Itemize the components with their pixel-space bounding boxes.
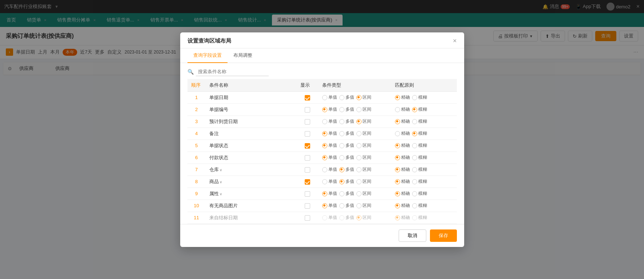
tab-query-fields-label: 查询字段设置	[193, 52, 222, 58]
modal-close-button[interactable]: ×	[453, 38, 457, 44]
modal-overlay[interactable]: 设置查询区域布局 × 查询字段设置 布局调整 🔍 顺序 条件名称	[0, 0, 644, 78]
modal-search: 🔍	[180, 63, 464, 79]
search-icon: 🔍	[187, 69, 194, 75]
search-input[interactable]	[196, 67, 269, 76]
tab-query-fields[interactable]: 查询字段设置	[187, 48, 228, 63]
tab-layout-label: 布局调整	[233, 52, 252, 58]
modal-title: 设置查询区域布局	[187, 38, 231, 44]
modal-header: 设置查询区域布局 ×	[180, 32, 464, 48]
modal-tabs: 查询字段设置 布局调整	[180, 48, 464, 63]
settings-modal: 设置查询区域布局 × 查询字段设置 布局调整 🔍 顺序 条件名称	[180, 32, 464, 79]
tab-layout[interactable]: 布局调整	[228, 48, 258, 63]
